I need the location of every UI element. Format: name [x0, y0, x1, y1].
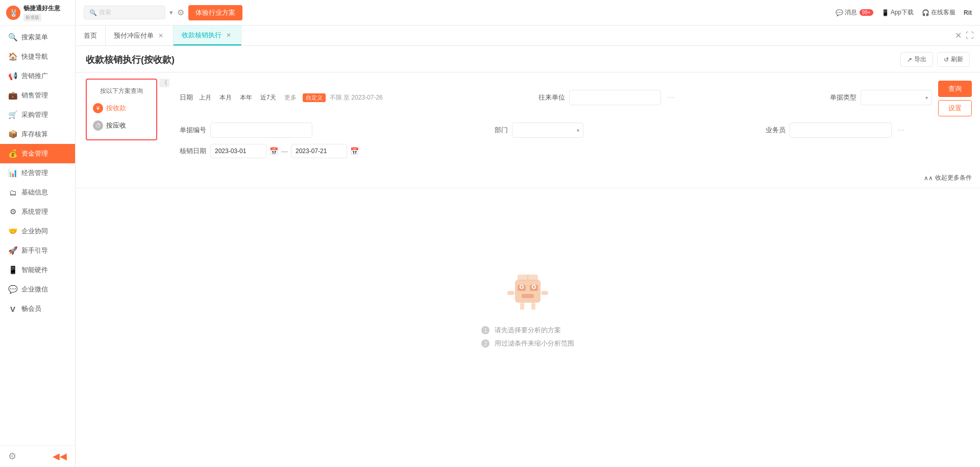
filter-sidebar: 按以下方案查询 ¥ 按收款 ⏱ 按应收	[86, 79, 157, 140]
sidebar-item-sales[interactable]: 💼 销售管理	[0, 86, 75, 105]
svg-rect-3	[522, 294, 534, 298]
tab-prepay[interactable]: 预付冲应付单 ✕	[106, 26, 174, 45]
filter-row-2: 单据编号 部门 业务员	[180, 122, 972, 138]
sidebar-item-quicknav[interactable]: 🏠 快捷导航	[0, 47, 75, 66]
tab-home[interactable]: 首页	[76, 26, 106, 45]
writeoff-date-start-input[interactable]	[210, 144, 266, 158]
salesperson-more-icon[interactable]: ···	[898, 126, 904, 135]
user-name[interactable]: Rit	[964, 9, 972, 16]
customer-service-btn[interactable]: 🎧 在线客服	[922, 8, 955, 17]
sidebar-label-operations: 经营管理	[21, 168, 48, 178]
message-icon: 💬	[836, 9, 843, 16]
sidebar-label-wechat: 企业微信	[21, 285, 48, 294]
tab-writeoff[interactable]: 收款核销执行 ✕	[174, 26, 241, 45]
filter-date-col: 日期 上月 本月 本年 近7天 更多 自定义 不限 至 2023-07-26	[180, 92, 383, 103]
refresh-btn[interactable]: ↺ 刷新	[937, 52, 970, 67]
message-badge: 99+	[860, 9, 873, 16]
close-window-icon[interactable]: ✕	[955, 31, 962, 40]
topbar: 🔍 搜索 ▾ ⚙ 体验行业方案 💬 消息 99+ 📱 App下载 🎧 在线客服 …	[76, 0, 980, 26]
svg-rect-4	[507, 291, 514, 295]
sidebar-item-hardware[interactable]: 📱 智能硬件	[0, 260, 75, 280]
refresh-icon: ↺	[944, 56, 949, 63]
collapse-more-bar[interactable]: ∧∧ 收起更多条件	[76, 170, 980, 187]
export-label: 导出	[914, 55, 926, 64]
purchase-icon: 🛒	[8, 110, 17, 119]
writeoff-date-label: 核销日期	[180, 146, 206, 156]
export-btn[interactable]: ↗ 导出	[900, 52, 933, 67]
sidebar: 🐰 畅捷通好生意 标准版 🔍 搜索菜单 🏠 快捷导航 📢 营销推广 💼 销售管理…	[0, 0, 76, 467]
collapse-sidebar-btn[interactable]: 《	[159, 79, 169, 87]
tab-prepay-close[interactable]: ✕	[157, 32, 165, 40]
bill-no-input[interactable]	[210, 122, 312, 138]
app-badge: 标准版	[23, 14, 41, 21]
system-icon: ⚙	[8, 207, 17, 216]
bill-type-select[interactable]	[861, 90, 932, 105]
dropdown-arrow-icon[interactable]: ▾	[169, 9, 173, 16]
counterparty-more-icon[interactable]: ···	[667, 93, 674, 102]
settings-icon[interactable]: ⚙	[8, 451, 16, 462]
sidebar-label-basic-info: 基础信息	[21, 188, 48, 197]
filter-by-receipt-label: 按收款	[106, 104, 126, 113]
filter-sidebar-title: 按以下方案查询	[87, 85, 156, 100]
salesperson-input[interactable]	[790, 122, 892, 138]
sidebar-footer: ⚙ ◀◀	[0, 445, 75, 467]
sidebar-item-finance[interactable]: 💰 资金管理	[0, 144, 75, 163]
sidebar-label-vip: 畅会员	[21, 304, 41, 313]
search-icon: 🔍	[8, 33, 17, 42]
app-logo: 🐰 畅捷通好生意 标准版	[0, 0, 75, 26]
sidebar-item-wechat[interactable]: 💬 企业微信	[0, 280, 75, 299]
page-header-actions: ↗ 导出 ↺ 刷新	[900, 52, 970, 72]
shortcut-7days[interactable]: 近7天	[258, 92, 278, 103]
dept-select[interactable]	[512, 122, 583, 138]
tab-writeoff-close[interactable]: ✕	[225, 31, 233, 39]
sidebar-item-search[interactable]: 🔍 搜索菜单	[0, 28, 75, 47]
sidebar-item-collab[interactable]: 🤝 企业协同	[0, 222, 75, 241]
counterparty-input[interactable]	[569, 90, 661, 105]
sidebar-item-marketing[interactable]: 📢 营销推广	[0, 66, 75, 86]
shortcut-more[interactable]: 更多	[282, 92, 299, 103]
svg-point-11	[533, 286, 535, 288]
gear-icon-top[interactable]: ⚙	[177, 8, 184, 17]
sidebar-item-vip[interactable]: V 畅会员	[0, 299, 75, 318]
filter-by-receivable-label: 按应收	[106, 121, 126, 130]
tab-prepay-label: 预付冲应付单	[114, 31, 154, 40]
shortcut-last-month[interactable]: 上月	[197, 92, 213, 103]
settings-btn[interactable]: 设置	[938, 100, 972, 116]
message-btn[interactable]: 💬 消息 99+	[836, 8, 873, 17]
sidebar-item-operations[interactable]: 📊 经营管理	[0, 163, 75, 183]
bill-type-select-wrapper	[861, 90, 932, 105]
sidebar-item-purchase[interactable]: 🛒 采购管理	[0, 105, 75, 125]
industry-solution-btn[interactable]: 体验行业方案	[188, 5, 242, 20]
filter-by-receipt[interactable]: ¥ 按收款	[87, 100, 156, 117]
maximize-icon[interactable]: ⛶	[966, 31, 974, 40]
query-btn[interactable]: 查询	[938, 81, 972, 97]
dept-select-wrapper	[512, 122, 583, 138]
sidebar-item-basic-info[interactable]: 🗂 基础信息	[0, 183, 75, 202]
bill-type-label: 单据类型	[830, 93, 856, 102]
writeoff-cal-end-icon[interactable]: 📅	[350, 147, 359, 155]
sidebar-label-marketing: 营销推广	[21, 71, 48, 81]
sidebar-item-system[interactable]: ⚙ 系统管理	[0, 202, 75, 222]
sidebar-item-inventory[interactable]: 📦 库存核算	[0, 125, 75, 144]
shortcut-this-month[interactable]: 本月	[217, 92, 234, 103]
sidebar-label-onboarding: 新手引导	[21, 246, 48, 255]
writeoff-date-end-input[interactable]	[291, 144, 347, 158]
message-label: 消息	[845, 8, 857, 17]
filter-by-receivable[interactable]: ⏱ 按应收	[87, 117, 156, 134]
refresh-label: 刷新	[951, 55, 963, 64]
collapse-sidebar-btn[interactable]: ◀◀	[53, 451, 67, 462]
date-custom-tag[interactable]: 自定义	[303, 93, 326, 102]
empty-tip-1: 请先选择要分析的方案	[495, 326, 561, 334]
search-bar[interactable]: 🔍 搜索	[84, 6, 165, 19]
writeoff-cal-start-icon[interactable]: 📅	[270, 147, 278, 155]
receipt-icon: ¥	[93, 103, 103, 113]
sidebar-menu: 🔍 搜索菜单 🏠 快捷导航 📢 营销推广 💼 销售管理 🛒 采购管理 📦 库存核…	[0, 26, 75, 445]
app-download-btn[interactable]: 📱 App下载	[881, 8, 914, 17]
sales-icon: 💼	[8, 91, 17, 100]
vip-icon: V	[8, 304, 17, 313]
sidebar-item-onboarding[interactable]: 🚀 新手引导	[0, 241, 75, 260]
shortcut-this-year[interactable]: 本年	[238, 92, 254, 103]
sidebar-label-purchase: 采购管理	[21, 110, 48, 119]
filter-writeoff-date-col: 核销日期 📅 — 📅	[180, 144, 359, 158]
tab-home-label: 首页	[84, 31, 97, 40]
